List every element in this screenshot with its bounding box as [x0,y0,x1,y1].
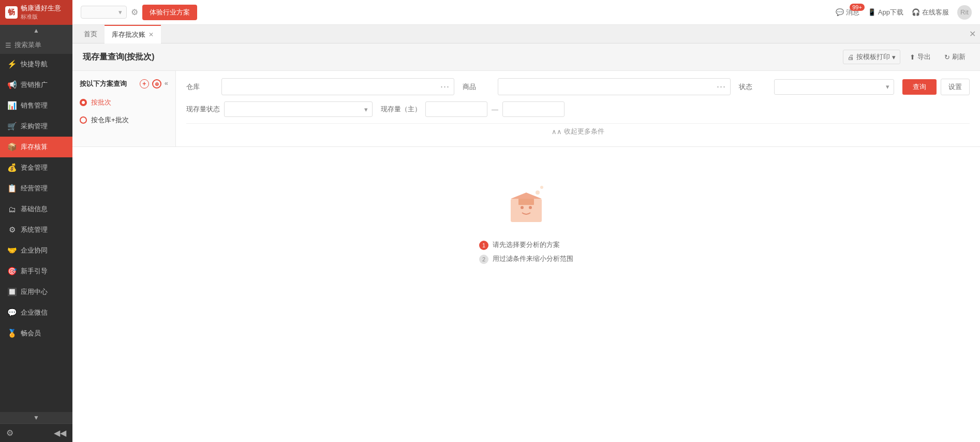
sidebar-item-app-center[interactable]: 🔲 应用中心 [0,282,72,302]
sidebar-item-system[interactable]: ⚙ 系统管理 [0,219,72,240]
inventory-status-field: 现存量状态 ▾ [186,101,373,117]
collapse-more-button[interactable]: ∧∧ 收起更多条件 [186,123,970,139]
warehouse-more-icon[interactable]: ··· [440,81,450,92]
sidebar-scroll-down[interactable]: ▼ [0,412,72,423]
svg-point-5 [529,206,532,209]
member-icon: 🏅 [7,329,17,338]
inventory-status-label: 现存量状态 [186,105,220,114]
sidebar-item-guide[interactable]: 🎯 新手引导 [0,261,72,282]
content-area: 现存量查询(按批次) 🖨 按模板打印 ▾ ⬆ 导出 ↻ 刷新 [72,43,980,442]
app-download-button[interactable]: 📱 App下载 [868,8,903,17]
schema-by-batch-label: 按批次 [91,98,111,107]
schema-settings-icon[interactable]: ⊕ [152,79,161,89]
inventory-status-input[interactable]: ▾ [224,101,373,117]
inventory-main-to-input[interactable] [502,101,565,117]
sidebar-item-label: 快捷导航 [21,60,48,69]
settings-button[interactable]: 设置 [941,79,970,95]
app-logo: 畅 [5,6,18,19]
filter-sidebar-title: 按以下方案查询 [80,79,127,89]
empty-state: 1 请先选择要分析的方案 2 用过滤条件来缩小分析范围 [72,147,980,299]
sidebar-item-quick-nav[interactable]: ⚡ 快捷导航 [0,54,72,75]
sidebar-item-inventory[interactable]: 📦 库存核算 [0,137,72,157]
sidebar-bottom: ⚙ ◀◀ [0,423,72,442]
page-actions: 🖨 按模板打印 ▾ ⬆ 导出 ↻ 刷新 [843,50,970,64]
filter-row-2: 现存量状态 ▾ 现存量（主） — [186,101,970,117]
tab-home[interactable]: 首页 [77,25,105,43]
product-input[interactable]: ··· [498,78,731,95]
sidebar-item-label: 库存核算 [21,142,48,152]
sidebar-item-marketing[interactable]: 📢 营销推广 [0,75,72,95]
collapse-filter-icon[interactable]: « [165,79,168,89]
empty-steps-list: 1 请先选择要分析的方案 2 用过滤条件来缩小分析范围 [479,240,573,268]
trial-button[interactable]: 体验行业方案 [142,5,197,20]
svg-rect-1 [518,199,534,205]
print-dropdown-icon[interactable]: ▾ [892,53,896,61]
enterprise-icon: 🤝 [7,246,17,255]
sidebar-item-label: 销售管理 [21,101,48,110]
sidebar-nav: ⚡ 快捷导航 📢 营销推广 📊 销售管理 🛒 采购管理 📦 库存核算 💰 资金管… [0,54,72,412]
warehouse-label: 仓库 [186,82,217,92]
sidebar-item-label: 企业微信 [21,308,48,317]
sidebar-item-enterprise[interactable]: 🤝 企业协同 [0,240,72,261]
tab-close-icon[interactable]: ✕ [149,25,154,44]
collapse-sidebar-icon[interactable]: ◀◀ [54,428,66,438]
svg-point-4 [521,206,524,209]
message-button[interactable]: 💬 消息 99+ [836,8,859,17]
app-title-group: 畅康通好生意 标准版 [21,4,61,21]
refresh-label: 刷新 [952,52,966,62]
inventory-main-field: 现存量（主） — [381,101,567,117]
filter-panel: 按以下方案查询 + ⊕ « 按批次 按仓库+批次 [72,71,980,147]
status-field: 状态 ▾ [739,79,894,95]
sidebar-item-label: 营销推广 [21,80,48,90]
user-profile-button[interactable]: Rit [957,5,972,20]
product-more-icon[interactable]: ··· [717,81,726,92]
status-dropdown-icon[interactable]: ▾ [886,83,889,91]
warehouse-input[interactable]: ··· [221,78,454,95]
schema-dot-empty [80,116,87,124]
sidebar-item-finance[interactable]: 💰 资金管理 [0,157,72,178]
sidebar-item-member[interactable]: 🏅 畅会员 [0,323,72,344]
query-button[interactable]: 查询 [902,79,937,95]
export-icon: ⬆ [910,53,915,61]
message-badge: 99+ [850,4,865,11]
sidebar-item-sales[interactable]: 📊 销售管理 [0,95,72,116]
sidebar-item-operation[interactable]: 📋 经营管理 [0,178,72,199]
tab-batch-ledger[interactable]: 库存批次账 ✕ [105,25,161,43]
sidebar-item-wechat[interactable]: 💬 企业微信 [0,302,72,323]
topbar-gear-icon[interactable]: ⚙ [131,7,138,17]
basic-icon: 🗂 [7,205,17,214]
avatar: Rit [957,5,972,20]
schema-by-batch[interactable]: 按批次 [72,94,175,111]
sidebar-item-purchase[interactable]: 🛒 采购管理 [0,116,72,137]
refresh-button[interactable]: ↻ 刷新 [940,50,970,64]
inventory-status-dropdown-icon[interactable]: ▾ [364,106,368,113]
tab-batch-ledger-label: 库存批次账 [112,25,145,44]
inventory-main-from-input[interactable] [425,101,487,117]
sidebar-item-label: 系统管理 [21,225,48,234]
sidebar-item-label: 应用中心 [21,287,48,297]
tabs-bar: 首页 库存批次账 ✕ ✕ [72,25,980,43]
finance-icon: 💰 [7,163,17,172]
support-icon: 🎧 [912,8,920,16]
sidebar-search-label: 搜索菜单 [14,40,41,50]
step-2-text: 用过滤条件来缩小分析范围 [493,254,573,263]
sidebar-item-label: 新手引导 [21,267,48,276]
add-schema-icon[interactable]: + [140,79,149,89]
sidebar-item-basic[interactable]: 🗂 基础信息 [0,199,72,219]
sidebar-search[interactable]: ☰ 搜索菜单 [0,36,72,54]
collapse-more-label: 收起更多条件 [564,127,604,136]
page-title: 现存量查询(按批次) [83,52,155,63]
sidebar-scroll-up[interactable]: ▲ [0,25,72,36]
schema-by-warehouse-batch[interactable]: 按仓库+批次 [72,111,175,129]
status-input[interactable]: ▾ [774,79,894,95]
print-button[interactable]: 🖨 按模板打印 ▾ [843,50,900,64]
topbar-right: 💬 消息 99+ 📱 App下载 🎧 在线客服 Rit [836,5,972,20]
sales-icon: 📊 [7,101,17,110]
settings-bottom-icon[interactable]: ⚙ [6,428,13,438]
workspace-selector[interactable]: ▾ [81,6,127,19]
online-support-button[interactable]: 🎧 在线客服 [912,8,949,17]
export-button[interactable]: ⬆ 导出 [905,50,935,64]
close-all-tabs-icon[interactable]: ✕ [969,29,976,39]
marketing-icon: 📢 [7,80,17,90]
filter-form: 仓库 ··· 商品 ··· 状态 [176,71,980,146]
